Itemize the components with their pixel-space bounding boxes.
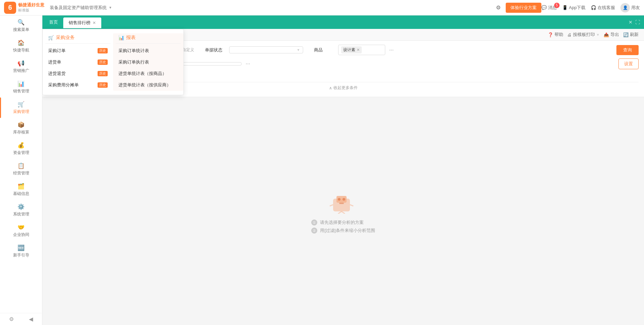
goods-tag: 设计素 ✕	[341, 46, 362, 53]
menu-item-purchase-return[interactable]: 进货退货 历史	[45, 68, 110, 79]
message-badge: 5	[554, 3, 560, 8]
query-button[interactable]: 查询	[616, 45, 639, 55]
sidebar-item-inventory[interactable]: 📦 库存核算	[0, 118, 42, 138]
sidebar-item-search[interactable]: 🔍 搜索菜单	[0, 15, 42, 36]
sidebar-label-system: 系统管理	[13, 211, 29, 217]
goods-tag-close[interactable]: ✕	[357, 48, 360, 52]
sidebar-item-basic-info[interactable]: 🗂️ 基础信息	[0, 179, 42, 200]
avatar-icon: 👤	[623, 5, 628, 10]
purchase-expense-label: 采购费用分摊单	[48, 82, 96, 88]
goods-label: 商品	[314, 47, 334, 53]
window-expand-btn[interactable]: ⛶	[635, 19, 640, 25]
sidebar-item-operations[interactable]: 📋 经营管理	[0, 159, 42, 179]
order-stats-label: 采购订单统计表	[118, 48, 178, 54]
finance-icon: 💰	[17, 142, 25, 149]
collapse-label: 收起更多条件	[333, 85, 358, 91]
logo-main: 畅捷通好生意	[18, 2, 44, 8]
export-button[interactable]: 📤 导出	[604, 32, 619, 38]
menu-item-receipt-stats-supplier[interactable]: 进货单统计表（按供应商）	[116, 79, 181, 91]
sidebar-label-operations: 经营管理	[13, 170, 29, 176]
tab-sales-ranking[interactable]: 销售排行榜 ✕	[63, 17, 101, 28]
sidebar-label-inventory: 库存核算	[13, 129, 29, 135]
sidebar-label-purchase: 采购管理	[13, 109, 29, 115]
goods-dots[interactable]: ···	[389, 47, 394, 53]
enterprise-icon: 🤝	[17, 224, 25, 231]
tab-home[interactable]: 首页	[44, 17, 63, 28]
hint-num-1: ①	[311, 219, 317, 226]
print-button[interactable]: 🖨 按模板打印 ▼	[567, 32, 600, 38]
sidebar-item-sales[interactable]: 📊 销售管理	[0, 77, 42, 97]
home-icon: 🏠	[17, 39, 25, 46]
sidebar-label-enterprise: 企业协同	[13, 232, 29, 238]
settings-button[interactable]: 设置	[618, 58, 639, 69]
history-tag-4: 历史	[98, 82, 108, 88]
goods-input[interactable]: 设计素 ✕	[338, 45, 385, 55]
sidebar-item-marketing[interactable]: 📢 营销推广	[0, 56, 42, 77]
refresh-button[interactable]: 🔄 刷新	[623, 32, 639, 38]
sidebar-item-quick-nav[interactable]: 🏠 快捷导航	[0, 36, 42, 56]
print-icon: 🖨	[567, 32, 572, 37]
top-bar-right: 💬 消息 5 📱 App下载 🎧 在线客服 👤 用友	[541, 3, 640, 12]
gear-button[interactable]: ⚙	[494, 3, 503, 12]
help-button[interactable]: ❓ 帮助	[548, 32, 563, 38]
purchase-business-title: 🛒 采购业务	[45, 33, 110, 44]
sidebar-item-system[interactable]: ⚙️ 系统管理	[0, 200, 42, 220]
help-icon: ❓	[548, 32, 553, 37]
report-col: 📊 报表 采购订单统计表 采购订单执行表 进货单统计表（按商品）	[113, 33, 183, 91]
search-icon: 🔍	[17, 19, 25, 26]
refresh-icon: 🔄	[623, 32, 629, 37]
purchase-order-label: 采购订单	[48, 48, 96, 54]
top-bar: 6 畅捷通好生意 标准版 装备及固定资产辅助管理系统 ▼ ⚙ 体验行业方案 💬 …	[0, 0, 644, 15]
dropdown-arrow-icon[interactable]: ▼	[109, 6, 112, 9]
app-download-button[interactable]: 📱 App下载	[562, 5, 585, 11]
system-icon: ⚙️	[17, 203, 25, 210]
sidebar-label-sales: 销售管理	[13, 88, 29, 94]
online-service-button[interactable]: 🎧 在线客服	[591, 5, 615, 11]
doc-status-select[interactable]: ▼	[229, 46, 303, 53]
menu-item-purchase-receipt[interactable]: 进货单 历史	[45, 56, 110, 68]
message-button[interactable]: 💬 消息 5	[541, 5, 557, 11]
experience-button[interactable]: 体验行业方案	[506, 3, 541, 13]
menu-item-receipt-stats-goods[interactable]: 进货单统计表（按商品）	[116, 68, 181, 79]
sidebar-item-guide[interactable]: 🆕 新手引导	[0, 241, 42, 261]
window-close-btn[interactable]: ✕	[629, 19, 633, 25]
sidebar-collapse-btn[interactable]: ◀	[29, 316, 33, 322]
svg-line-6	[342, 211, 345, 214]
sidebar-item-purchase[interactable]: 🛒 采购管理	[0, 97, 42, 118]
sidebar-label-guide: 新手引导	[13, 252, 29, 258]
sidebar-label-marketing: 营销推广	[13, 68, 29, 74]
history-tag-2: 历史	[98, 59, 108, 65]
goods-tag-text: 设计素	[343, 47, 355, 53]
shortcut-custom[interactable]: 自定义	[182, 47, 194, 53]
export-label: 导出	[610, 32, 619, 38]
print-arrow: ▼	[596, 33, 600, 37]
purchase-business-col: 🛒 采购业务 采购订单 历史 进货单 历史 进货退货	[43, 33, 113, 91]
sidebar-settings-btn[interactable]: ⚙	[9, 316, 14, 322]
user-info[interactable]: 👤 用友	[620, 3, 640, 12]
sidebar-label-search: 搜索菜单	[13, 27, 29, 33]
menu-item-purchase-expense[interactable]: 采购费用分摊单 历史	[45, 79, 110, 91]
menu-item-order-exec[interactable]: 采购订单执行表	[116, 56, 181, 68]
salesperson-input[interactable]	[181, 62, 242, 66]
menu-item-order-stats[interactable]: 采购订单统计表	[116, 45, 181, 56]
sidebar-item-finance[interactable]: 💰 资金管理	[0, 138, 42, 159]
action-btns-2: 设置	[618, 58, 639, 69]
sales-icon: 📊	[17, 80, 25, 87]
tab-sales-ranking-label: 销售排行榜	[69, 20, 91, 26]
refresh-label: 刷新	[630, 32, 639, 38]
salesperson-dots[interactable]: ···	[246, 61, 250, 67]
sidebar-label-finance: 资金管理	[13, 150, 29, 156]
purchase-dropdown-menu: 🛒 采购业务 采购订单 历史 进货单 历史 进货退货	[42, 29, 184, 95]
tab-close-btn[interactable]: ✕	[93, 21, 96, 25]
menu-item-purchase-order[interactable]: 采购订单 历史	[45, 45, 110, 56]
empty-illustration	[326, 189, 360, 215]
sidebar-item-enterprise[interactable]: 🤝 企业协同	[0, 220, 42, 241]
active-bar	[0, 97, 1, 118]
app-download-label: App下载	[569, 5, 585, 11]
system-title: 装备及固定资产辅助管理系统 ▼	[50, 5, 494, 11]
purchase-receipt-label: 进货单	[48, 59, 96, 65]
doc-status-arrow: ▼	[297, 48, 300, 52]
headset-icon: 🎧	[591, 5, 596, 10]
hint-text-1: 请先选择要分析的方案	[320, 219, 364, 226]
inventory-icon: 📦	[17, 121, 25, 128]
